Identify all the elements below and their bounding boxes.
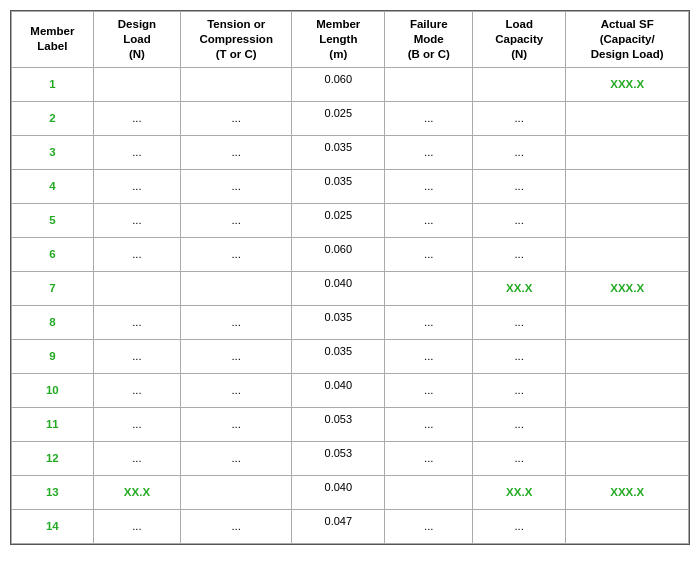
cell-load-capacity: ... xyxy=(473,509,566,543)
table-row: 10......0.040...... xyxy=(12,373,689,407)
cell-tension-compression: ... xyxy=(181,373,292,407)
header-member-label: MemberLabel xyxy=(12,12,94,68)
cell-member-label: 5 xyxy=(12,203,94,237)
header-tension-compression: Tension orCompression(T or C) xyxy=(181,12,292,68)
cell-member-label: 10 xyxy=(12,373,94,407)
cell-actual-sf: XXX.X xyxy=(566,67,689,101)
cell-actual-sf xyxy=(566,339,689,373)
cell-tension-compression xyxy=(181,475,292,509)
cell-actual-sf: XXX.X xyxy=(566,475,689,509)
cell-member-length: 0.040 xyxy=(292,373,385,407)
table-header-row: MemberLabel DesignLoad(N) Tension orComp… xyxy=(12,12,689,68)
cell-failure-mode: ... xyxy=(385,169,473,203)
cell-tension-compression: ... xyxy=(181,169,292,203)
cell-design-load: ... xyxy=(93,373,181,407)
table-row: 14......0.047...... xyxy=(12,509,689,543)
cell-design-load xyxy=(93,67,181,101)
cell-design-load: ... xyxy=(93,169,181,203)
cell-design-load: ... xyxy=(93,509,181,543)
cell-member-length: 0.035 xyxy=(292,305,385,339)
cell-member-label: 9 xyxy=(12,339,94,373)
cell-tension-compression: ... xyxy=(181,135,292,169)
cell-load-capacity: ... xyxy=(473,203,566,237)
cell-load-capacity: ... xyxy=(473,135,566,169)
header-actual-sf: Actual SF(Capacity/Design Load) xyxy=(566,12,689,68)
cell-member-label: 7 xyxy=(12,271,94,305)
cell-failure-mode: ... xyxy=(385,407,473,441)
cell-load-capacity: ... xyxy=(473,169,566,203)
cell-actual-sf xyxy=(566,509,689,543)
cell-member-length: 0.035 xyxy=(292,169,385,203)
cell-member-length: 0.035 xyxy=(292,339,385,373)
cell-member-label: 4 xyxy=(12,169,94,203)
cell-load-capacity: ... xyxy=(473,407,566,441)
cell-failure-mode: ... xyxy=(385,441,473,475)
cell-tension-compression: ... xyxy=(181,509,292,543)
cell-member-label: 11 xyxy=(12,407,94,441)
cell-actual-sf xyxy=(566,441,689,475)
cell-design-load: XX.X xyxy=(93,475,181,509)
table-row: 2......0.025...... xyxy=(12,101,689,135)
cell-member-label: 14 xyxy=(12,509,94,543)
cell-member-length: 0.025 xyxy=(292,101,385,135)
header-failure-mode: FailureMode(B or C) xyxy=(385,12,473,68)
cell-actual-sf xyxy=(566,135,689,169)
header-member-length: MemberLength(m) xyxy=(292,12,385,68)
cell-failure-mode: ... xyxy=(385,237,473,271)
cell-load-capacity: ... xyxy=(473,237,566,271)
cell-member-label: 2 xyxy=(12,101,94,135)
table-row: 70.040XX.XXXX.X xyxy=(12,271,689,305)
cell-load-capacity: XX.X xyxy=(473,271,566,305)
cell-actual-sf: XXX.X xyxy=(566,271,689,305)
cell-tension-compression xyxy=(181,271,292,305)
cell-actual-sf xyxy=(566,237,689,271)
cell-load-capacity xyxy=(473,67,566,101)
cell-actual-sf xyxy=(566,169,689,203)
cell-design-load: ... xyxy=(93,135,181,169)
cell-tension-compression: ... xyxy=(181,237,292,271)
cell-design-load: ... xyxy=(93,101,181,135)
cell-failure-mode xyxy=(385,271,473,305)
table-row: 10.060XXX.X xyxy=(12,67,689,101)
cell-failure-mode: ... xyxy=(385,339,473,373)
cell-load-capacity: ... xyxy=(473,373,566,407)
cell-member-length: 0.035 xyxy=(292,135,385,169)
cell-actual-sf xyxy=(566,305,689,339)
cell-failure-mode xyxy=(385,475,473,509)
cell-failure-mode: ... xyxy=(385,101,473,135)
table-row: 13XX.X0.040XX.XXXX.X xyxy=(12,475,689,509)
table-row: 6......0.060...... xyxy=(12,237,689,271)
cell-load-capacity: ... xyxy=(473,339,566,373)
cell-tension-compression: ... xyxy=(181,305,292,339)
cell-member-label: 6 xyxy=(12,237,94,271)
cell-member-label: 1 xyxy=(12,67,94,101)
cell-design-load xyxy=(93,271,181,305)
table-row: 3......0.035...... xyxy=(12,135,689,169)
cell-design-load: ... xyxy=(93,305,181,339)
cell-design-load: ... xyxy=(93,339,181,373)
cell-member-length: 0.040 xyxy=(292,271,385,305)
cell-tension-compression: ... xyxy=(181,339,292,373)
table-row: 8......0.035...... xyxy=(12,305,689,339)
header-design-load: DesignLoad(N) xyxy=(93,12,181,68)
cell-design-load: ... xyxy=(93,407,181,441)
cell-member-length: 0.060 xyxy=(292,67,385,101)
main-table-wrapper: MemberLabel DesignLoad(N) Tension orComp… xyxy=(10,10,690,545)
cell-load-capacity: ... xyxy=(473,101,566,135)
table-row: 5......0.025...... xyxy=(12,203,689,237)
cell-actual-sf xyxy=(566,203,689,237)
cell-member-length: 0.040 xyxy=(292,475,385,509)
cell-member-length: 0.025 xyxy=(292,203,385,237)
cell-actual-sf xyxy=(566,101,689,135)
cell-tension-compression: ... xyxy=(181,407,292,441)
table-row: 11......0.053...... xyxy=(12,407,689,441)
cell-actual-sf xyxy=(566,407,689,441)
cell-actual-sf xyxy=(566,373,689,407)
cell-load-capacity: ... xyxy=(473,441,566,475)
cell-failure-mode: ... xyxy=(385,305,473,339)
table-row: 9......0.035...... xyxy=(12,339,689,373)
cell-member-length: 0.053 xyxy=(292,441,385,475)
cell-member-label: 13 xyxy=(12,475,94,509)
cell-load-capacity: ... xyxy=(473,305,566,339)
cell-member-label: 8 xyxy=(12,305,94,339)
